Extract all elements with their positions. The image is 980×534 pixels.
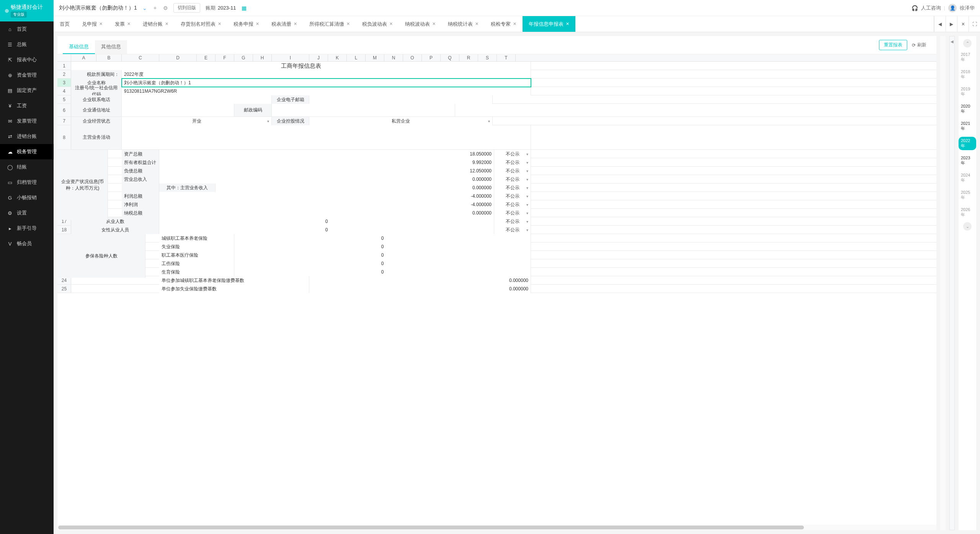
year-item[interactable]: 2025年 xyxy=(959,188,976,202)
tab[interactable]: 税检专家✕ xyxy=(485,16,523,32)
avatar[interactable]: 👤 xyxy=(948,4,957,12)
select-cell[interactable]: 不公示 xyxy=(494,150,531,158)
sidebar-item[interactable]: ⇱报表中心 xyxy=(0,52,54,67)
tab[interactable]: 进销台账✕ xyxy=(137,16,175,32)
tab-basic-info[interactable]: 基础信息 xyxy=(63,40,95,54)
column-header[interactable]: F xyxy=(216,54,234,61)
user-name[interactable]: 徐泽华 xyxy=(960,5,975,11)
select-cell[interactable]: 不公示 xyxy=(494,183,531,192)
cell[interactable] xyxy=(272,104,455,116)
tab[interactable]: 纳税统计表✕ xyxy=(442,16,485,32)
select-cell[interactable]: 不公示 xyxy=(494,226,531,234)
row-header[interactable]: 18 xyxy=(57,226,71,234)
cell[interactable]: 0 xyxy=(234,251,531,259)
sidebar-item[interactable]: ⊕资金管理 xyxy=(0,67,54,83)
column-header[interactable]: G xyxy=(234,54,253,61)
cell[interactable] xyxy=(122,95,272,104)
select-cell[interactable]: 不公示 xyxy=(494,200,531,209)
tab[interactable]: 税表清册✕ xyxy=(265,16,303,32)
tab[interactable]: 存货别名对照表✕ xyxy=(175,16,227,32)
refresh-button[interactable]: ⟳刷新 xyxy=(907,40,931,50)
close-icon[interactable]: ✕ xyxy=(432,21,436,26)
column-header[interactable]: P xyxy=(422,54,441,61)
column-header[interactable]: S xyxy=(478,54,497,61)
row-header[interactable]: 5 xyxy=(57,95,71,103)
column-header[interactable]: E xyxy=(197,54,216,61)
sidebar-item[interactable]: ✉发票管理 xyxy=(0,113,54,129)
column-header[interactable]: Q xyxy=(441,54,459,61)
sidebar-item[interactable]: ▤固定资产 xyxy=(0,83,54,98)
row-header[interactable]: 1 xyxy=(57,62,71,70)
plus-icon[interactable]: ＋ xyxy=(152,5,158,11)
cell[interactable]: 91320811MA7NGR2W6R xyxy=(122,87,531,95)
cell[interactable]: 0.000000 xyxy=(159,209,494,217)
switch-old-button[interactable]: 切到旧版 xyxy=(173,3,200,13)
sidebar-item[interactable]: ⌂首页 xyxy=(0,21,54,37)
row-header[interactable]: 4 xyxy=(57,87,71,95)
column-header[interactable]: I xyxy=(272,54,309,61)
tabs-close-all[interactable]: ✕ xyxy=(957,16,969,32)
cell[interactable]: 0.000000 xyxy=(159,175,494,183)
scrollbar-horizontal[interactable] xyxy=(57,525,936,530)
cell[interactable]: 0 xyxy=(159,217,494,226)
sidebar-item[interactable]: ☁税务管理 xyxy=(0,144,54,159)
period-value[interactable]: 2023-11 xyxy=(218,5,236,11)
sidebar-item[interactable]: V畅会员 xyxy=(0,236,54,251)
cell[interactable] xyxy=(122,125,531,149)
tabs-next[interactable]: ▶ xyxy=(946,16,957,32)
sidebar-item[interactable]: ⇄进销台账 xyxy=(0,129,54,144)
tab[interactable]: 税负波动表✕ xyxy=(356,16,399,32)
close-icon[interactable]: ✕ xyxy=(165,21,168,26)
cell[interactable]: 0 xyxy=(234,234,531,242)
sidebar-item[interactable]: ☰总账 xyxy=(0,37,54,52)
column-header[interactable]: N xyxy=(384,54,403,61)
cell[interactable] xyxy=(309,95,493,104)
sidebar-item[interactable]: ¥工资 xyxy=(0,98,54,113)
reset-report-button[interactable]: 重置报表 xyxy=(879,40,907,50)
close-icon[interactable]: ✕ xyxy=(389,21,393,26)
column-header[interactable]: B xyxy=(96,54,122,61)
tab[interactable]: 纳税波动表✕ xyxy=(399,16,442,32)
cell[interactable]: 0 xyxy=(234,259,531,268)
year-item[interactable]: 2019年 xyxy=(959,85,976,98)
consult-link[interactable]: 人工咨询 xyxy=(921,5,941,11)
row-header[interactable]: 3 xyxy=(57,79,71,87)
tab[interactable]: 所得税汇算清缴✕ xyxy=(303,16,356,32)
select-cell[interactable]: 私营企业 xyxy=(309,117,493,125)
close-icon[interactable]: ✕ xyxy=(475,21,479,26)
gear-icon[interactable]: ⚙ xyxy=(163,5,168,11)
chevron-down-icon[interactable]: ⌄ xyxy=(142,5,147,11)
year-item[interactable]: 2020年 xyxy=(959,102,976,116)
year-item[interactable]: 2018年 xyxy=(959,68,976,81)
column-header[interactable]: M xyxy=(366,54,384,61)
year-collapse[interactable]: ◀ xyxy=(949,36,955,530)
cell[interactable]: 18.050000 xyxy=(159,150,494,158)
close-icon[interactable]: ✕ xyxy=(127,21,131,26)
column-header[interactable]: R xyxy=(459,54,478,61)
close-icon[interactable]: ✕ xyxy=(513,21,516,26)
account-selector[interactable]: 刘小艳演示账套（勿删勿动！）1 xyxy=(59,5,137,11)
close-icon[interactable]: ✕ xyxy=(294,21,297,26)
column-header[interactable]: C xyxy=(122,54,159,61)
tab[interactable]: 首页 xyxy=(54,16,76,32)
select-cell[interactable]: 开业 xyxy=(122,117,272,125)
tab[interactable]: 税务申报✕ xyxy=(227,16,265,32)
select-cell[interactable]: 不公示 xyxy=(494,192,531,200)
year-down[interactable]: ⌄ xyxy=(963,222,972,231)
cell[interactable]: 0.000000 xyxy=(309,276,531,285)
column-header[interactable]: H xyxy=(253,54,272,61)
tabs-prev[interactable]: ◀ xyxy=(934,16,946,32)
year-item[interactable]: 2021年 xyxy=(959,120,976,133)
tab-other-info[interactable]: 其他信息 xyxy=(95,40,127,54)
year-item[interactable]: 2026年 xyxy=(959,206,976,219)
year-item[interactable]: 2017年 xyxy=(959,51,976,64)
close-icon[interactable]: ✕ xyxy=(99,21,103,26)
cell[interactable]: 2022年度 xyxy=(122,70,531,79)
row-header[interactable]: 2 xyxy=(57,70,71,78)
cell[interactable]: 0 xyxy=(234,242,531,251)
select-cell[interactable]: 不公示 xyxy=(494,167,531,175)
select-cell[interactable]: 不公示 xyxy=(494,217,531,226)
close-icon[interactable]: ✕ xyxy=(346,21,350,26)
cell[interactable]: 0 xyxy=(234,268,531,276)
sidebar-item[interactable]: ▭归档管理 xyxy=(0,175,54,190)
